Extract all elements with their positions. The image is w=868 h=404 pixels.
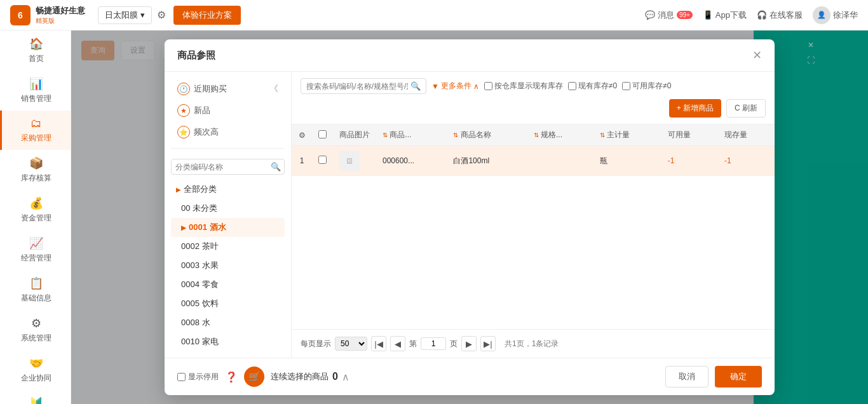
modal-body: 🕐 近期购买 《 ★ 新品 ⭐ 频次高 (165, 72, 775, 358)
row-check[interactable] (312, 146, 333, 176)
nav-selector[interactable]: 日太阳膜 ▾ (98, 6, 152, 24)
footer-collapse-icon[interactable]: ∧ (342, 371, 349, 383)
col-available[interactable]: 可用量 (661, 125, 718, 146)
nav-user[interactable]: 👤 徐泽华 (813, 6, 858, 24)
refresh-button[interactable]: C 刷新 (726, 99, 766, 118)
cat-tea[interactable]: 0002 茶叶 (171, 237, 285, 256)
col-unit[interactable]: ⇅ 主计量 (593, 125, 661, 146)
sidebar-item-enterprise[interactable]: 🤝 企业协同 (0, 350, 71, 390)
select-all-checkbox[interactable] (318, 130, 327, 138)
page-last-btn[interactable]: ▶| (480, 336, 496, 351)
page-next-btn[interactable]: ▶ (461, 336, 477, 351)
home-icon: 🏠 (29, 37, 43, 51)
selected-label: 连续选择的商品 (271, 371, 329, 382)
cat-uncategorized[interactable]: 00 未分类 (171, 199, 285, 218)
col-code[interactable]: ⇅ 商品... (376, 125, 447, 146)
cat-drink[interactable]: 0005 饮料 (171, 294, 285, 313)
cat-water[interactable]: 0008 水 (171, 313, 285, 332)
logo-title: 畅捷通好生意 (36, 5, 85, 17)
category-search-input[interactable] (175, 163, 271, 172)
sidebar-item-basic[interactable]: 📋 基础信息 (0, 270, 71, 310)
product-search-box[interactable]: 🔍 (301, 78, 426, 94)
cancel-button[interactable]: 取消 (665, 366, 709, 387)
logo-sub: 精英版 (36, 17, 85, 25)
checkbox-available[interactable]: 可用库存≠0 (622, 81, 671, 91)
modal-overlay: 商品参照 ✕ 🕐 近期购买 《 (71, 30, 868, 404)
cat-appliance[interactable]: 0010 家电 (171, 332, 285, 351)
category-search-icon[interactable]: 🔍 (271, 162, 281, 172)
show-disabled-label: 显示停用 (188, 372, 219, 382)
sidebar-item-business[interactable]: 📈 经营管理 (0, 230, 71, 270)
modal-close-button[interactable]: ✕ (752, 48, 762, 62)
exp-button[interactable]: 体验行业方案 (173, 6, 241, 25)
row-unit: 瓶 (593, 146, 661, 176)
page-total-info: 共1页，1条记录 (505, 339, 559, 349)
filter-button[interactable]: ▼ 更多条件 ∧ (431, 81, 479, 91)
sidebar-item-system[interactable]: ⚙ 系统管理 (0, 310, 71, 350)
add-product-button[interactable]: + 新增商品 (669, 99, 721, 118)
confirm-button[interactable]: 确定 (715, 366, 762, 387)
purchase-icon: 🗂 (31, 117, 42, 130)
cat-snack[interactable]: 0004 零食 (171, 275, 285, 294)
row-code: 000600... (376, 146, 447, 176)
col-stock[interactable]: 现存量 (718, 125, 775, 146)
cat-all[interactable]: ▶ 全部分类 (171, 180, 285, 199)
sidebar-item-finance[interactable]: 💰 资金管理 (0, 190, 71, 230)
page-prev-btn[interactable]: ◀ (390, 336, 405, 351)
checkbox-available-input[interactable] (622, 82, 630, 90)
col-spec[interactable]: ⇅ 规格... (527, 125, 593, 146)
expand-icon: ▶ (176, 186, 181, 193)
footer-right: 取消 确定 (665, 366, 762, 387)
sidebar-label-system: 系统管理 (21, 333, 51, 344)
nav-frequent[interactable]: ⭐ 频次高 (171, 121, 285, 143)
recent-icon: 🕐 (177, 83, 190, 95)
nav-app-download[interactable]: 📱 App下载 (703, 10, 747, 21)
checkbox-stock[interactable]: 现有库存≠0 (568, 81, 617, 91)
sidebar-item-inventory[interactable]: 📦 库存核算 (0, 150, 71, 190)
selected-count: 0 (332, 371, 338, 382)
page-number-input[interactable] (421, 337, 446, 350)
product-table: ⚙ 商品图片 ⇅ 商品... (292, 125, 775, 176)
category-search-box[interactable]: 🔍 (171, 159, 285, 175)
system-icon: ⚙ (31, 316, 41, 330)
nav-frequent-label: 频次高 (194, 126, 219, 138)
cat-all-label: 全部分类 (184, 184, 217, 195)
sidebar-item-guide[interactable]: 🔰 新手引导 (0, 390, 71, 404)
row-img: 🖼 (333, 146, 376, 176)
nav-message[interactable]: 💬 消息 99+ (645, 10, 693, 21)
sidebar: 🏠 首页 📊 销售管理 🗂 采购管理 📦 库存核算 💰 资金管理 📈 经营管理 … (0, 30, 71, 404)
sidebar-label-basic: 基础信息 (21, 293, 51, 304)
page-first-btn[interactable]: |◀ (371, 336, 386, 351)
table-row[interactable]: 1 🖼 000600... 白酒100ml 瓶 (292, 146, 775, 176)
sidebar-item-sales[interactable]: 📊 销售管理 (0, 71, 71, 111)
cat-fruit[interactable]: 0003 水果 (171, 256, 285, 275)
sidebar-item-purchase[interactable]: 🗂 采购管理 (0, 111, 71, 150)
nav-new[interactable]: ★ 新品 (171, 100, 285, 121)
col-settings[interactable]: ⚙ (292, 125, 312, 146)
show-disabled-input[interactable] (177, 373, 186, 381)
footer-selected: 连续选择的商品 0 ∧ (271, 371, 349, 383)
cat-fruit-label: 0003 水果 (181, 260, 219, 271)
checkbox-warehouse-input[interactable] (484, 82, 492, 90)
settings-icon[interactable]: ⚙ (157, 9, 166, 21)
product-search-icon[interactable]: 🔍 (410, 81, 421, 91)
help-icon[interactable]: ❓ (225, 371, 238, 383)
show-disabled-checkbox[interactable]: 显示停用 (177, 372, 219, 382)
right-panel: 🔍 ▼ 更多条件 ∧ 按仓库显示现有库存 (292, 72, 775, 358)
frequent-icon: ⭐ (177, 126, 190, 138)
nav-recent[interactable]: 🕐 近期购买 《 (171, 78, 285, 100)
checkbox-stock-input[interactable] (568, 82, 576, 90)
page-label: 第 (409, 339, 417, 349)
collapse-icon[interactable]: 《 (269, 83, 278, 95)
col-check[interactable] (312, 125, 333, 146)
checkbox-warehouse[interactable]: 按仓库显示现有库存 (484, 81, 563, 91)
row-checkbox[interactable] (318, 156, 327, 164)
cat-liquor[interactable]: ▶ 0001 酒水 (171, 218, 285, 237)
toolbar-right: + 新增商品 C 刷新 (669, 99, 766, 118)
per-page-select[interactable]: 50 10 20 100 (335, 337, 367, 351)
left-nav: 🕐 近期购买 《 ★ 新品 ⭐ 频次高 (165, 78, 291, 143)
sidebar-item-home[interactable]: 🏠 首页 (0, 30, 71, 71)
nav-online-service[interactable]: 🎧 在线客服 (757, 10, 803, 21)
product-search-input[interactable] (306, 82, 408, 91)
col-name[interactable]: ⇅ 商品名称 (447, 125, 527, 146)
